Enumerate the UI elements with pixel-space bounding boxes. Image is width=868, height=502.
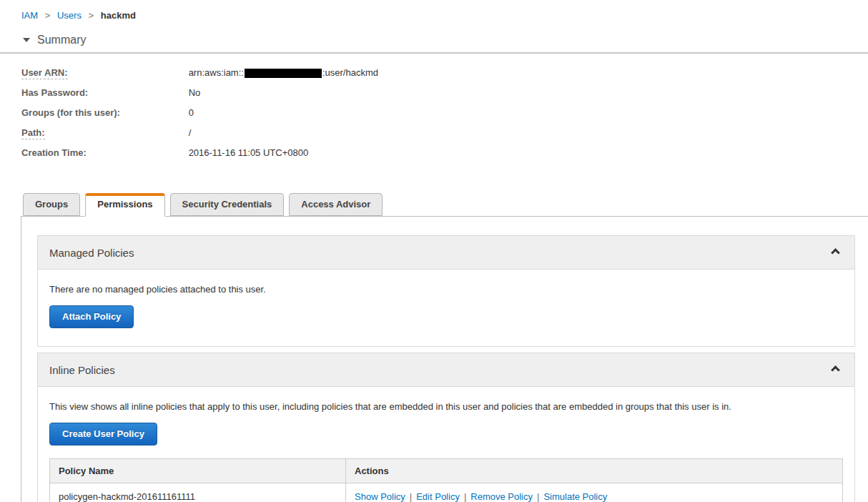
- field-value-groups: 0: [189, 107, 194, 118]
- summary-divider: [0, 52, 868, 54]
- inline-policies-header[interactable]: Inline Policies: [38, 353, 854, 387]
- managed-policies-empty-message: There are no managed policies attached t…: [49, 284, 843, 295]
- field-label-user-arn: User ARN:: [21, 63, 186, 83]
- table-header-row: Policy Name Actions: [50, 459, 843, 483]
- column-header-policy-name: Policy Name: [50, 459, 346, 483]
- breadcrumb-link-users[interactable]: Users: [57, 10, 82, 21]
- field-label-text: User ARN:: [21, 67, 68, 79]
- tab-groups[interactable]: Groups: [23, 193, 80, 216]
- summary-row-has-password: Has Password: No: [21, 83, 868, 103]
- policy-name-cell: policygen-hackmd-201611161111: [50, 483, 346, 502]
- summary-row-path: Path: /: [21, 123, 868, 143]
- summary-toggle[interactable]: Summary: [23, 34, 868, 46]
- chevron-up-icon: [831, 248, 840, 257]
- collapse-inline-policies-button[interactable]: [828, 361, 843, 378]
- arn-prefix: arn:aws:iam::: [189, 67, 244, 78]
- show-policy-link[interactable]: Show Policy: [355, 491, 405, 502]
- action-separator: |: [464, 491, 466, 502]
- column-header-actions: Actions: [346, 459, 843, 483]
- simulate-policy-link[interactable]: Simulate Policy: [543, 491, 607, 502]
- field-label-path: Path:: [21, 123, 186, 143]
- tab-permissions[interactable]: Permissions: [85, 193, 164, 217]
- managed-policies-panel: Managed Policies There are no managed po…: [37, 235, 855, 347]
- remove-policy-link[interactable]: Remove Policy: [470, 491, 533, 502]
- field-value-has-password: No: [189, 87, 201, 98]
- inline-policies-table: Policy Name Actions policygen-hackmd-201…: [49, 458, 843, 502]
- table-row: policygen-hackmd-201611161111 Show Polic…: [50, 483, 843, 502]
- redacted-account-id: [245, 69, 322, 78]
- breadcrumb-separator: >: [45, 10, 51, 21]
- field-label-text: Path:: [21, 127, 45, 139]
- create-user-policy-button[interactable]: Create User Policy: [49, 423, 157, 446]
- summary-title: Summary: [37, 34, 86, 46]
- action-separator: |: [537, 491, 539, 502]
- summary-fields: User ARN: arn:aws:iam:::user/hackmd Has …: [21, 63, 868, 163]
- edit-policy-link[interactable]: Edit Policy: [416, 491, 460, 502]
- managed-policies-body: There are no managed policies attached t…: [38, 270, 854, 346]
- tab-bar: Groups Permissions Security Credentials …: [23, 193, 868, 216]
- managed-policies-title: Managed Policies: [49, 247, 134, 259]
- chevron-up-icon: [831, 365, 840, 375]
- tab-security-credentials[interactable]: Security Credentials: [170, 193, 285, 216]
- field-value-path: /: [189, 127, 192, 138]
- managed-policies-header[interactable]: Managed Policies: [38, 236, 854, 270]
- arn-suffix: :user/hackmd: [322, 67, 378, 78]
- inline-policies-panel: Inline Policies This view shows all inli…: [37, 353, 855, 502]
- breadcrumb: IAM > Users > hackmd: [0, 0, 868, 21]
- inline-policies-body: This view shows all inline policies that…: [38, 387, 854, 502]
- breadcrumb-separator: >: [89, 10, 94, 21]
- field-label-groups: Groups (for this user):: [21, 103, 186, 123]
- field-value-creation-time: 2016-11-16 11:05 UTC+0800: [189, 147, 309, 158]
- breadcrumb-link-iam[interactable]: IAM: [21, 10, 38, 21]
- triangle-down-icon: [23, 38, 30, 42]
- summary-row-creation-time: Creation Time: 2016-11-16 11:05 UTC+0800: [21, 143, 868, 163]
- field-value-user-arn: arn:aws:iam:::user/hackmd: [189, 67, 378, 78]
- summary-row-groups: Groups (for this user): 0: [21, 103, 868, 123]
- attach-policy-button[interactable]: Attach Policy: [49, 305, 134, 328]
- breadcrumb-current-user: hackmd: [101, 10, 136, 21]
- permissions-tab-content: Managed Policies There are no managed po…: [21, 216, 868, 502]
- inline-policies-description: This view shows all inline policies that…: [49, 401, 843, 412]
- field-label-has-password: Has Password:: [21, 83, 186, 103]
- summary-row-user-arn: User ARN: arn:aws:iam:::user/hackmd: [21, 63, 868, 83]
- tab-access-advisor[interactable]: Access Advisor: [289, 193, 383, 216]
- action-separator: |: [410, 491, 412, 502]
- inline-policies-title: Inline Policies: [49, 364, 115, 376]
- field-label-creation-time: Creation Time:: [21, 143, 186, 163]
- collapse-managed-policies-button[interactable]: [828, 244, 843, 261]
- policy-actions-cell: Show Policy|Edit Policy|Remove Policy|Si…: [346, 483, 843, 502]
